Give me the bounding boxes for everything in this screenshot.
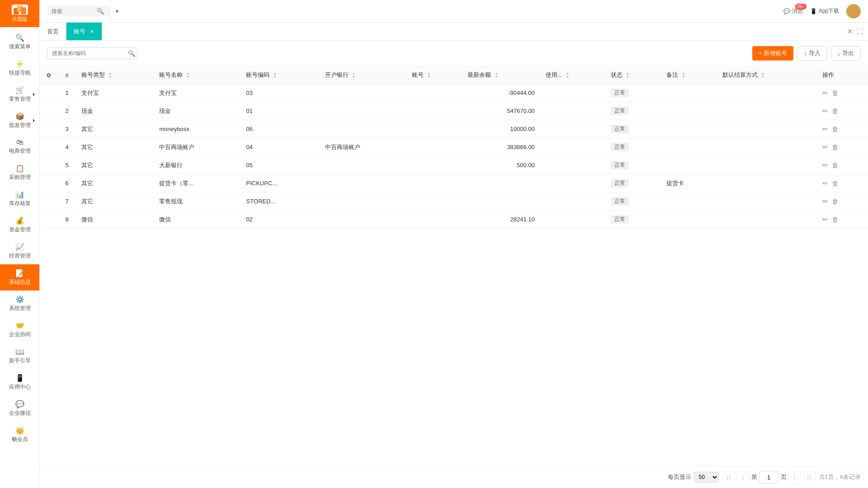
edit-icon[interactable]: ✏ bbox=[822, 125, 828, 133]
delete-icon[interactable]: 🗑 bbox=[832, 216, 839, 224]
delete-icon[interactable]: 🗑 bbox=[832, 197, 839, 206]
message-icon: 💬 bbox=[783, 8, 790, 14]
delete-icon[interactable]: 🗑 bbox=[832, 179, 839, 188]
sidebar-item-label: 库存核算 bbox=[9, 200, 31, 207]
edit-icon[interactable]: ✏ bbox=[822, 143, 828, 151]
search-button[interactable]: 🔍 bbox=[124, 50, 137, 57]
sidebar-item-guide[interactable]: 📖 新手引导 bbox=[0, 343, 39, 369]
delete-icon[interactable]: 🗑 bbox=[832, 125, 839, 133]
page-first-btn[interactable]: ⟨⟨ bbox=[722, 471, 735, 483]
sidebar-item-basic-info[interactable]: 📝 基础信息 bbox=[0, 264, 39, 291]
sidebar-item-purchase[interactable]: 📋 采购管理 bbox=[0, 160, 39, 186]
page-prev-btn[interactable]: ⟨ bbox=[737, 471, 750, 483]
sidebar-item-retail[interactable]: 🛒 零售管理 bbox=[0, 81, 39, 108]
sidebar-item-wholesale[interactable]: 📦 批发管理 bbox=[0, 108, 39, 134]
search-input[interactable] bbox=[47, 48, 124, 59]
cell-balance bbox=[462, 192, 540, 211]
th-code-sort: ▲▼ bbox=[273, 72, 277, 79]
action-icons: ✏ 🗑 bbox=[822, 107, 863, 115]
th-usage[interactable]: 使用... ▲▼ bbox=[540, 66, 605, 84]
cell-balance: 383866.00 bbox=[462, 138, 540, 156]
topbar-download[interactable]: 📱 App下载 bbox=[810, 7, 839, 15]
cell-action: ✏ 🗑 bbox=[817, 156, 868, 174]
th-type[interactable]: 账号类型 ▲▼ bbox=[76, 66, 154, 84]
edit-icon[interactable]: ✏ bbox=[822, 216, 828, 224]
sidebar-item-wechat[interactable]: 💬 企业微信 bbox=[0, 395, 39, 422]
sidebar-item-app-center[interactable]: 📱 应用中心 bbox=[0, 369, 39, 395]
th-settings[interactable]: ⚙ bbox=[40, 66, 58, 84]
edit-icon[interactable]: ✏ bbox=[822, 179, 828, 188]
sidebar-item-system[interactable]: ⚙️ 系统管理 bbox=[0, 291, 39, 317]
import-button[interactable]: ↑ 导入 bbox=[797, 46, 827, 61]
add-account-button[interactable]: + 新增账号 bbox=[752, 46, 793, 61]
topbar-avatar[interactable] bbox=[846, 4, 861, 19]
th-bank[interactable]: 开户银行 ▲▼ bbox=[320, 66, 406, 84]
cell-status: 正常 bbox=[605, 138, 661, 156]
th-code[interactable]: 账号编码 ▲▼ bbox=[241, 66, 319, 84]
sidebar-item-vip[interactable]: 👑 畅会员 bbox=[0, 422, 39, 448]
th-balance[interactable]: 最新余额 ▲▼ bbox=[462, 66, 540, 84]
delete-icon[interactable]: 🗑 bbox=[832, 161, 839, 169]
sidebar-item-operation[interactable]: 📈 经营管理 bbox=[0, 238, 39, 264]
basic-info-icon: 📝 bbox=[15, 269, 24, 277]
edit-icon[interactable]: ✏ bbox=[822, 89, 828, 97]
sidebar-item-finance[interactable]: 💰 资金管理 bbox=[0, 212, 39, 238]
status-badge: 正常 bbox=[611, 197, 629, 206]
tab-home[interactable]: 首页 bbox=[40, 23, 66, 40]
topbar-message[interactable]: 💬 消息 99+ bbox=[783, 7, 803, 15]
page-size-select[interactable]: 50 100 200 bbox=[694, 472, 719, 483]
topbar-dropdown[interactable]: ▾ bbox=[116, 8, 118, 14]
cell-index: 2 bbox=[58, 102, 76, 120]
cell-default-settle bbox=[717, 156, 817, 174]
cell-settings bbox=[40, 174, 58, 192]
sidebar-item-ecommerce[interactable]: 🛍 电商管理 bbox=[0, 134, 39, 160]
cell-bank bbox=[320, 192, 406, 211]
search-box[interactable]: 🔍 bbox=[47, 47, 137, 59]
cell-name: 中百商场账户 bbox=[154, 138, 241, 156]
table-row: 6 其它 提货卡（零... PICKUPC... 正常 提货卡 ✏ 🗑 bbox=[40, 174, 868, 192]
finance-icon: 💰 bbox=[15, 216, 24, 225]
edit-icon[interactable]: ✏ bbox=[822, 107, 828, 115]
topbar-right: 💬 消息 99+ 📱 App下载 bbox=[783, 4, 861, 19]
cell-status: 正常 bbox=[605, 120, 661, 138]
tab-maximize-icon[interactable]: ⛶ bbox=[856, 28, 863, 35]
th-default-settle[interactable]: 默认结算方式 ▲▼ bbox=[717, 66, 817, 84]
tab-account-close[interactable]: ✕ bbox=[90, 28, 94, 35]
cell-settings bbox=[40, 138, 58, 156]
export-button[interactable]: ↓ 导出 bbox=[831, 46, 861, 61]
sidebar-item-enterprise[interactable]: 🤝 企业协同 bbox=[0, 317, 39, 343]
page-next-btn[interactable]: ⟩ bbox=[788, 471, 801, 483]
cell-balance: 547670.00 bbox=[462, 102, 540, 120]
sidebar-item-quick-nav[interactable]: ⚡ 快捷导航 bbox=[0, 55, 39, 81]
edit-icon[interactable]: ✏ bbox=[822, 197, 828, 206]
wechat-icon: 💬 bbox=[15, 400, 24, 408]
cell-account bbox=[406, 138, 462, 156]
sidebar-item-label: 畅会员 bbox=[12, 436, 28, 443]
delete-icon[interactable]: 🗑 bbox=[832, 89, 839, 97]
th-status[interactable]: 状态 ▲▼ bbox=[605, 66, 661, 84]
page-number-input[interactable] bbox=[759, 471, 779, 483]
th-action: 操作 bbox=[817, 66, 868, 84]
topbar-search-box[interactable]: 🔍 bbox=[47, 6, 110, 16]
th-name-label: 账号名称 bbox=[159, 71, 183, 78]
delete-icon[interactable]: 🗑 bbox=[832, 143, 839, 151]
tab-close-all-icon[interactable]: ✕ bbox=[847, 27, 853, 36]
th-type-label: 账号类型 bbox=[81, 71, 105, 78]
tab-account[interactable]: 账号 ✕ bbox=[66, 23, 102, 40]
sidebar-item-search-menu[interactable]: 🔍 搜索菜单 bbox=[0, 29, 39, 55]
edit-icon[interactable]: ✏ bbox=[822, 161, 828, 169]
cell-remark bbox=[661, 84, 717, 102]
cell-type: 其它 bbox=[76, 174, 154, 192]
cell-index: 4 bbox=[58, 138, 76, 156]
delete-icon[interactable]: 🗑 bbox=[832, 107, 839, 115]
th-account[interactable]: 账号 ▲▼ bbox=[406, 66, 462, 84]
topbar-search-input[interactable] bbox=[52, 8, 97, 14]
th-name[interactable]: 账号名称 ▲▼ bbox=[154, 66, 241, 84]
ecommerce-icon: 🛍 bbox=[16, 138, 24, 146]
th-remark[interactable]: 备注 ▲▼ bbox=[661, 66, 717, 84]
cell-type: 微信 bbox=[76, 211, 154, 229]
sidebar-item-inventory[interactable]: 📊 库存核算 bbox=[0, 186, 39, 212]
page-last-btn[interactable]: ⟩⟩ bbox=[803, 471, 816, 483]
sidebar-logo[interactable]: 乐盟版 bbox=[0, 0, 39, 27]
svg-rect-2 bbox=[21, 7, 26, 14]
